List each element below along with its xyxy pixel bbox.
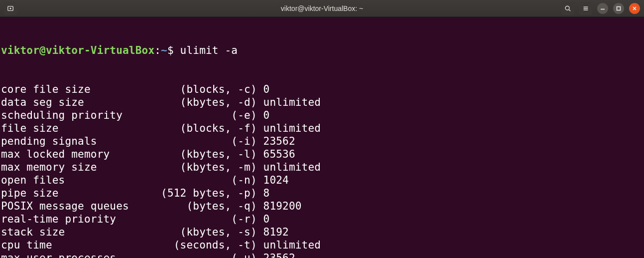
hamburger-icon <box>582 5 589 12</box>
window-titlebar: viktor@viktor-VirtualBox: ~ <box>0 0 644 17</box>
titlebar-left <box>4 2 17 15</box>
prompt-path: ~ <box>161 44 167 56</box>
output-line: core file size (blocks, -c) 0 <box>1 83 644 96</box>
new-tab-button[interactable] <box>4 2 17 15</box>
new-tab-icon <box>7 5 14 12</box>
minimize-icon <box>600 6 605 11</box>
search-icon <box>564 5 571 12</box>
titlebar-right <box>561 2 640 15</box>
output-line: file size (blocks, -f) unlimited <box>1 122 644 135</box>
maximize-icon <box>616 6 621 11</box>
close-button[interactable] <box>629 3 640 14</box>
output-line: POSIX message queues (bytes, -q) 819200 <box>1 200 644 213</box>
search-button[interactable] <box>561 2 574 15</box>
command-output: core file size (blocks, -c) 0data seg si… <box>1 83 644 258</box>
output-line: max user processes (-u) 23562 <box>1 252 644 258</box>
output-line: real-time priority (-r) 0 <box>1 213 644 226</box>
minimize-button[interactable] <box>597 3 608 14</box>
output-line: scheduling priority (-e) 0 <box>1 109 644 122</box>
output-line: data seg size (kbytes, -d) unlimited <box>1 96 644 109</box>
prompt-dollar: $ <box>167 44 174 56</box>
svg-rect-2 <box>617 6 621 10</box>
output-line: max memory size (kbytes, -m) unlimited <box>1 161 644 174</box>
terminal-viewport[interactable]: viktor@viktor-VirtualBox:~$ ulimit -a co… <box>0 17 644 258</box>
output-line: pending signals (-i) 23562 <box>1 135 644 148</box>
output-line: stack size (kbytes, -s) 8192 <box>1 226 644 239</box>
output-line: pipe size (512 bytes, -p) 8 <box>1 187 644 200</box>
svg-point-1 <box>565 6 569 10</box>
maximize-button[interactable] <box>613 3 624 14</box>
output-line: open files (-n) 1024 <box>1 174 644 187</box>
output-line: cpu time (seconds, -t) unlimited <box>1 239 644 252</box>
prompt-colon: : <box>154 44 161 56</box>
close-icon <box>632 6 637 11</box>
output-line: max locked memory (kbytes, -l) 65536 <box>1 148 644 161</box>
window-title: viktor@viktor-VirtualBox: ~ <box>281 2 363 15</box>
command-text: ulimit -a <box>174 44 238 56</box>
prompt-user-host: viktor@viktor-VirtualBox <box>1 44 154 56</box>
hamburger-menu-button[interactable] <box>579 2 592 15</box>
prompt-line-1: viktor@viktor-VirtualBox:~$ ulimit -a <box>1 44 644 57</box>
